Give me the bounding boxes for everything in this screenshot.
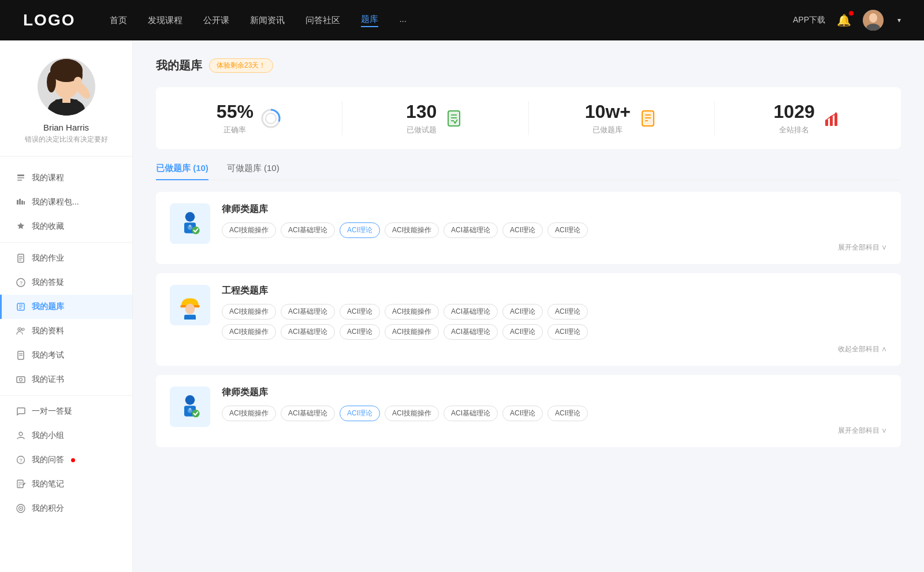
svg-point-50 [266, 113, 276, 124]
nav-discover[interactable]: 发现课程 [148, 15, 182, 26]
tag[interactable]: ACI理论 [502, 304, 543, 320]
tag[interactable]: ACI技能操作 [385, 406, 439, 421]
subject-name: 律师类题库 [222, 203, 887, 216]
tag-active[interactable]: ACI理论 [340, 222, 380, 238]
sidebar-item-exams[interactable]: 我的考试 [0, 343, 132, 367]
stat-done-banks: 10w+ 已做题库 [529, 101, 716, 135]
sidebar-item-course-package[interactable]: 我的课程包... [0, 190, 132, 214]
tag[interactable]: ACI基础理论 [281, 222, 335, 238]
subject-card-lawyer-1: 律师类题库 ACI技能操作 ACI基础理论 ACI理论 ACI技能操作 ACI基… [156, 192, 901, 264]
user-avatar[interactable] [863, 10, 884, 31]
sidebar-item-certificates[interactable]: 我的证书 [0, 367, 132, 392]
tab-done-banks[interactable]: 已做题库 (10) [156, 163, 208, 180]
tag[interactable]: ACI基础理论 [281, 406, 335, 421]
tag[interactable]: ACI理论 [547, 304, 588, 320]
sidebar-menu: 我的课程 我的课程包... 我的收藏 我的作业 [0, 166, 132, 521]
sidebar-item-points[interactable]: 我的积分 [0, 496, 132, 521]
tag[interactable]: ACI理论 [547, 222, 588, 238]
tab-available-banks[interactable]: 可做题库 (10) [227, 163, 280, 180]
svg-point-38 [19, 432, 23, 436]
tag-active[interactable]: ACI理论 [340, 406, 380, 421]
nav-home[interactable]: 首页 [110, 15, 127, 26]
svg-point-70 [185, 304, 195, 314]
logo: LOGO [23, 11, 75, 29]
nav-question-bank[interactable]: 题库 [361, 14, 378, 27]
tag[interactable]: ACI技能操作 [222, 222, 276, 238]
sidebar-item-notes[interactable]: 我的笔记 [0, 472, 132, 496]
bell-icon: 🔔 [837, 14, 851, 27]
subject-name: 工程类题库 [222, 285, 887, 297]
course-icon [16, 173, 26, 183]
tag[interactable]: ACI基础理论 [444, 324, 498, 340]
svg-rect-62 [830, 116, 833, 126]
svg-rect-16 [17, 200, 18, 205]
user-dropdown-arrow[interactable]: ▾ [897, 16, 901, 24]
stats-row: 55% 正确率 130 已做试题 [156, 87, 901, 149]
expand-btn-3[interactable]: 展开全部科目 ∨ [222, 426, 887, 436]
user-profile: Brian Harris 错误的决定比没有决定要好 [0, 58, 132, 157]
tag[interactable]: ACI技能操作 [222, 406, 276, 421]
svg-rect-36 [17, 377, 25, 382]
tags-row-2-line2: ACI技能操作 ACI基础理论 ACI理论 ACI技能操作 ACI基础理论 AC… [222, 324, 887, 340]
bar-red-icon [822, 108, 843, 129]
sidebar-item-1v1-qa[interactable]: 一对一答疑 [0, 399, 132, 424]
tag[interactable]: ACI理论 [340, 324, 380, 340]
nav-qa[interactable]: 问答社区 [305, 15, 340, 26]
tag[interactable]: ACI技能操作 [385, 324, 439, 340]
notification-bell[interactable]: 🔔 [837, 13, 851, 27]
sidebar-item-group[interactable]: 我的小组 [0, 424, 132, 448]
tag[interactable]: ACI技能操作 [385, 304, 439, 320]
sidebar-item-homework[interactable]: 我的作业 [0, 246, 132, 270]
sidebar-item-question-bank[interactable]: 我的题库 [0, 295, 132, 319]
tag[interactable]: ACI基础理论 [444, 406, 498, 421]
exam-icon [16, 350, 26, 361]
cert-icon [16, 374, 26, 385]
svg-point-72 [185, 395, 195, 405]
tag[interactable]: ACI理论 [502, 324, 543, 340]
group-icon [16, 430, 26, 441]
bank-icon [16, 302, 26, 312]
svg-rect-14 [17, 177, 24, 179]
sidebar-label: 我的课程 [32, 173, 64, 183]
sidebar-item-my-qa[interactable]: ? 我的问答 [0, 448, 132, 472]
svg-rect-18 [21, 200, 23, 205]
tags-row-3: ACI技能操作 ACI基础理论 ACI理论 ACI技能操作 ACI基础理论 AC… [222, 406, 887, 421]
tag[interactable]: ACI理论 [340, 304, 380, 320]
tag[interactable]: ACI基础理论 [444, 304, 498, 320]
collapse-btn-2[interactable]: 收起全部科目 ∧ [222, 344, 887, 354]
stat-value: 55% [217, 101, 254, 122]
tag[interactable]: ACI基础理论 [281, 304, 335, 320]
sidebar-label: 我的答疑 [32, 277, 64, 288]
tag[interactable]: ACI技能操作 [385, 222, 439, 238]
svg-text:?: ? [20, 280, 23, 286]
sidebar-item-materials[interactable]: 我的资料 [0, 319, 132, 343]
tag[interactable]: ACI技能操作 [222, 324, 276, 340]
profile-name: Brian Harris [12, 122, 121, 132]
sidebar-label: 我的考试 [32, 350, 64, 361]
stat-value: 1029 [774, 101, 815, 122]
tag[interactable]: ACI理论 [547, 406, 588, 421]
tag[interactable]: ACI理论 [502, 406, 543, 421]
app-download-btn[interactable]: APP下载 [793, 15, 825, 25]
svg-point-1 [869, 13, 877, 23]
points-icon [16, 503, 26, 514]
stat-label: 已做题库 [585, 125, 631, 135]
sidebar-item-qa-answer[interactable]: ? 我的答疑 [0, 270, 132, 295]
tag[interactable]: ACI基础理论 [281, 324, 335, 340]
nav-news[interactable]: 新闻资讯 [250, 15, 285, 26]
svg-rect-51 [448, 111, 460, 126]
profile-avatar [38, 58, 95, 116]
nav-open-course[interactable]: 公开课 [203, 15, 229, 26]
sidebar-item-favorites[interactable]: 我的收藏 [0, 214, 132, 239]
nav-more[interactable]: ··· [399, 16, 407, 25]
tag[interactable]: ACI技能操作 [222, 304, 276, 320]
tag[interactable]: ACI基础理论 [444, 222, 498, 238]
stat-done-questions: 130 已做试题 [342, 101, 529, 135]
trial-badge: 体验剩余23天！ [209, 58, 273, 73]
tag[interactable]: ACI理论 [502, 222, 543, 238]
expand-btn-1[interactable]: 展开全部科目 ∨ [222, 243, 887, 252]
svg-point-64 [834, 112, 837, 114]
sidebar-item-my-courses[interactable]: 我的课程 [0, 166, 132, 190]
tag[interactable]: ACI理论 [547, 324, 588, 340]
stat-text: 10w+ 已做题库 [585, 101, 631, 135]
